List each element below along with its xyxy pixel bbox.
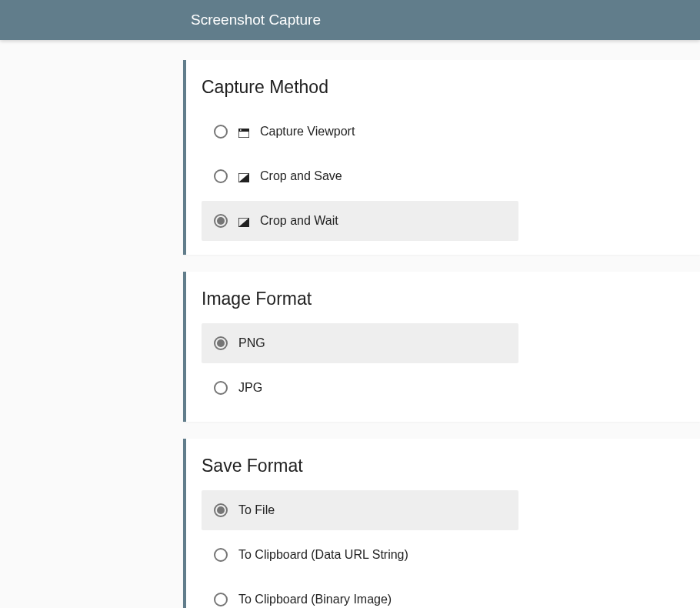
- option-label: Crop and Save: [260, 169, 342, 183]
- image-format-options: PNG JPG: [186, 323, 700, 408]
- radio-icon: [214, 548, 228, 562]
- save-format-options: To File To Clipboard (Data URL String) T…: [186, 490, 700, 608]
- radio-icon: [214, 593, 228, 606]
- option-label: To File: [238, 503, 275, 517]
- app-header: Screenshot Capture: [0, 0, 700, 40]
- option-capture-viewport[interactable]: Capture Viewport: [202, 112, 518, 152]
- section-title-save-format: Save Format: [186, 456, 700, 476]
- option-png[interactable]: PNG: [202, 323, 518, 363]
- option-label: To Clipboard (Binary Image): [238, 593, 392, 606]
- section-save-format: Save Format To File To Clipboard (Data U…: [183, 439, 700, 608]
- svg-rect-2: [240, 129, 242, 131]
- section-capture-method: Capture Method Capture Viewport: [183, 60, 700, 255]
- app-title: Screenshot Capture: [191, 12, 321, 28]
- radio-icon: [214, 381, 228, 395]
- option-label: PNG: [238, 336, 265, 350]
- option-to-file[interactable]: To File: [202, 490, 518, 530]
- section-title-image-format: Image Format: [186, 289, 700, 309]
- option-label: To Clipboard (Data URL String): [238, 548, 408, 562]
- radio-icon: [214, 503, 228, 517]
- option-label: JPG: [238, 381, 262, 395]
- crop-icon: [238, 172, 249, 181]
- option-to-clipboard-url[interactable]: To Clipboard (Data URL String): [202, 535, 518, 575]
- section-title-capture-method: Capture Method: [186, 77, 700, 98]
- radio-icon: [214, 169, 228, 183]
- section-image-format: Image Format PNG JPG: [183, 272, 700, 422]
- radio-icon: [214, 214, 228, 228]
- option-jpg[interactable]: JPG: [202, 368, 518, 408]
- capture-method-options: Capture Viewport Crop and Save: [186, 112, 700, 241]
- radio-icon: [214, 125, 228, 139]
- content-area: Capture Method Capture Viewport: [0, 40, 700, 608]
- option-to-clipboard-binary[interactable]: To Clipboard (Binary Image): [202, 580, 518, 608]
- option-crop-and-wait[interactable]: Crop and Wait: [202, 201, 518, 241]
- radio-icon: [214, 336, 228, 350]
- option-crop-and-save[interactable]: Crop and Save: [202, 156, 518, 196]
- viewport-icon: [238, 127, 249, 136]
- crop-icon: [238, 216, 249, 225]
- option-label: Capture Viewport: [260, 125, 355, 139]
- option-label: Crop and Wait: [260, 214, 338, 228]
